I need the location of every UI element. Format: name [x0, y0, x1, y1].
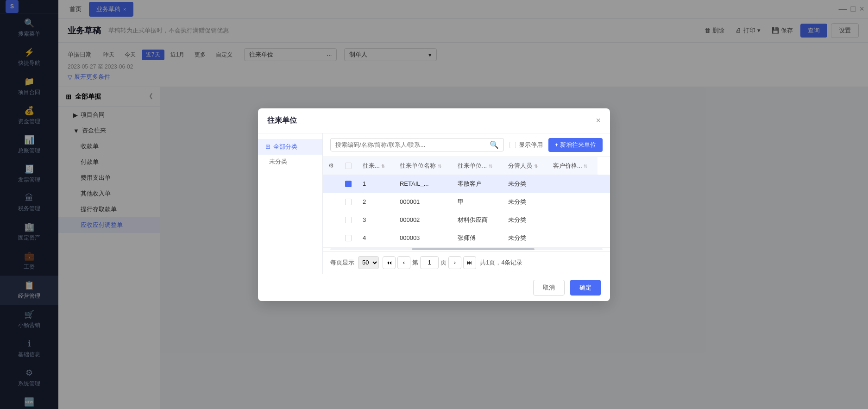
row-checkbox[interactable] — [345, 235, 352, 241]
modal-sidebar-all[interactable]: ⊞ 全部分类 — [258, 139, 322, 155]
row-checkbox[interactable] — [345, 181, 352, 187]
modal-table: ⚙ 往来... ⇅ 往来单位名称 ⇅ 往来单位... ⇅ 分管人员 ⇅ 客户价格… — [323, 157, 610, 247]
row-num: 2 — [357, 193, 394, 211]
col-manager: 分管人员 ⇅ — [503, 157, 547, 175]
page-input[interactable] — [420, 256, 439, 269]
modal-container: 往来单位 × ⊞ 全部分类 未分类 🔍 — [258, 108, 610, 301]
select-all-checkbox[interactable] — [345, 163, 352, 169]
col-name: 往来单位名称 ⇅ — [394, 157, 452, 175]
confirm-button[interactable]: 确定 — [570, 280, 601, 296]
modal-sidebar: ⊞ 全部分类 未分类 — [258, 133, 323, 274]
col-setting[interactable]: ⚙ — [323, 157, 340, 175]
cancel-button[interactable]: 取消 — [533, 280, 565, 296]
table-row[interactable]: 1 RETAIL_... 零散客户 未分类 — [323, 175, 610, 193]
page-nav: ⏮ ‹ 第 页 › ⏭ — [383, 256, 476, 269]
col-category: 往来单位... ⇅ — [452, 157, 503, 175]
modal-header: 往来单位 × — [258, 108, 610, 133]
table-row[interactable]: 2 000001 甲 未分类 — [323, 193, 610, 211]
table-row[interactable]: 3 000002 材料供应商 未分类 — [323, 211, 610, 229]
table-header-row: ⚙ 往来... ⇅ 往来单位名称 ⇅ 往来单位... ⇅ 分管人员 ⇅ 客户价格… — [323, 157, 610, 175]
modal-actions: 取消 确定 — [258, 274, 610, 301]
table-row[interactable]: 4 000003 张师傅 未分类 — [323, 229, 610, 247]
add-unit-button[interactable]: + 新增往来单位 — [548, 138, 603, 152]
modal-overlay[interactable]: 往来单位 × ⊞ 全部分类 未分类 🔍 — [0, 0, 868, 409]
search-icon: 🔍 — [490, 140, 499, 149]
prev-page-button[interactable]: ‹ — [397, 256, 410, 269]
row-num: 4 — [357, 229, 394, 247]
next-page-button[interactable]: › — [448, 256, 461, 269]
row-checkbox[interactable] — [345, 217, 352, 223]
modal-title: 往来单位 — [267, 116, 297, 126]
modal-body: ⊞ 全部分类 未分类 🔍 显示停用 — [258, 133, 610, 274]
modal-search-box[interactable]: 🔍 — [330, 138, 504, 151]
modal-toolbar: 🔍 显示停用 + 新增往来单位 — [323, 133, 610, 157]
units-table: ⚙ 往来... ⇅ 往来单位名称 ⇅ 往来单位... ⇅ 分管人员 ⇅ 客户价格… — [323, 157, 610, 247]
table-body: 1 RETAIL_... 零散客户 未分类 2 — [323, 175, 610, 247]
row-num: 1 — [357, 175, 394, 193]
col-check[interactable] — [340, 157, 357, 175]
scroll-thumb[interactable] — [412, 248, 535, 250]
modal-close-button[interactable]: × — [596, 116, 601, 126]
grid-small-icon: ⊞ — [265, 143, 270, 150]
scroll-track[interactable] — [330, 248, 603, 250]
modal-search-input[interactable] — [335, 141, 487, 148]
modal-main: 🔍 显示停用 + 新增往来单位 ⚙ — [323, 133, 610, 274]
modal-sidebar-unclassified[interactable]: 未分类 — [258, 155, 322, 169]
first-page-button[interactable]: ⏮ — [383, 256, 396, 269]
last-page-button[interactable]: ⏭ — [463, 256, 476, 269]
modal-pagination: 每页显示 50 ⏮ ‹ 第 页 › ⏭ 共1页，4条记录 — [323, 251, 610, 274]
row-num: 3 — [357, 211, 394, 229]
row-checkbox[interactable] — [345, 199, 352, 205]
col-code: 往来... ⇅ — [357, 157, 394, 175]
per-page-select[interactable]: 50 — [358, 256, 379, 269]
scroll-bar-area — [323, 247, 610, 251]
show-disabled-checkbox[interactable] — [509, 142, 516, 148]
show-disabled-toggle[interactable]: 显示停用 — [509, 141, 543, 149]
col-price: 客户价格... ⇅ — [547, 157, 598, 175]
